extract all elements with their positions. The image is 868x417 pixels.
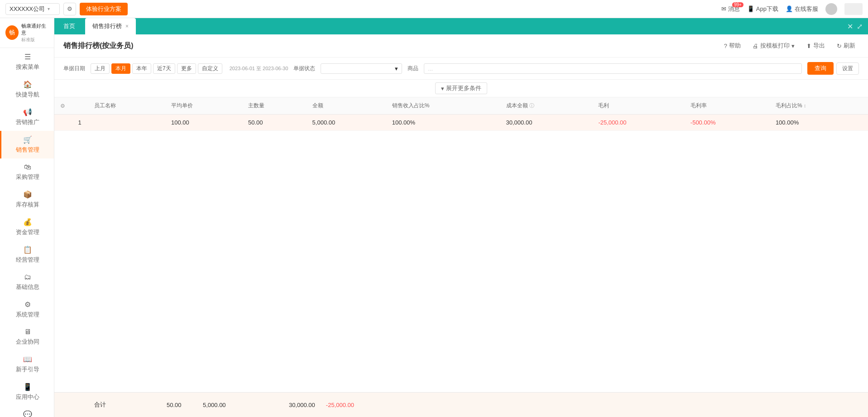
sidebar-item-企业协同[interactable]: 🖥 企业协同 <box>0 323 54 350</box>
cell-gross_pct: 100.00% <box>770 115 868 131</box>
sidebar-item-企业微信[interactable]: 💬 企业微信 <box>0 406 54 417</box>
online-service-button[interactable]: 👤 在线客服 <box>786 5 818 13</box>
table-row: 1100.0050.005,000.00100.00%30,000.00-25,… <box>54 115 868 131</box>
date-btn-last-month[interactable]: 上月 <box>91 63 110 74</box>
gear-icon: ⚙ <box>67 5 72 12</box>
footer-cost: 30,000.00 <box>283 398 321 412</box>
sidebar-icon-3: 🛒 <box>23 135 32 144</box>
avatar-name[interactable] <box>844 3 863 15</box>
col-gross-rate: 毛利率 <box>685 97 770 115</box>
col-gross-pct: 毛利占比% ↕ <box>770 97 868 115</box>
export-button[interactable]: ⬆ 导出 <box>803 40 829 52</box>
footer-gross-rate <box>360 401 396 408</box>
date-btn-this-year[interactable]: 本年 <box>132 63 151 74</box>
company-selector[interactable]: XXXXXX公司 ▾ <box>5 3 60 15</box>
app-download-button[interactable]: 📱 App下载 <box>747 5 778 13</box>
table-container: ⚙ 员工名称 平均单价 主数量 全额 销售收入占比% 成本全额 ⓘ 毛利 毛利率 <box>54 97 868 392</box>
sidebar-item-系统管理[interactable]: ⚙ 系统管理 <box>0 296 54 323</box>
sidebar-label-10: 企业协同 <box>16 338 39 346</box>
date-btn-this-month[interactable]: 本月 <box>111 63 130 74</box>
try-industry-button[interactable]: 体验行业方案 <box>80 3 128 15</box>
page-actions: ? 帮助 🖨 按模板打印 ▾ ⬆ 导出 ↻ 刷新 <box>720 40 859 52</box>
tab-close-icon[interactable]: × <box>125 23 129 29</box>
col-sales-pct: 销售收入占比% <box>387 97 501 115</box>
sidebar-item-销售管理[interactable]: 🛒 销售管理 <box>0 131 54 158</box>
cell-gross_rate: -500.00% <box>685 115 770 131</box>
print-button[interactable]: 🖨 按模板打印 ▾ <box>749 40 798 52</box>
query-button[interactable]: 查询 <box>807 62 834 75</box>
sidebar-item-经营管理[interactable]: 📋 经营管理 <box>0 241 54 268</box>
footer-gross-pct <box>396 401 432 408</box>
refresh-icon: ↻ <box>837 43 842 49</box>
expand-label: 展开更多条件 <box>446 84 481 92</box>
print-label: 按模板打印 <box>760 42 790 50</box>
logo-icon: 畅 <box>5 25 19 40</box>
avatar[interactable] <box>825 3 837 15</box>
chevron-down-icon: ▾ <box>48 6 50 11</box>
sidebar-label-4: 采购管理 <box>16 173 39 181</box>
gross-pct-info-icon: ↕ <box>804 103 806 108</box>
tab-bar: 首页 销售排行榜 × ✕ ⤢ <box>54 18 868 34</box>
cost-info-icon: ⓘ <box>529 103 534 108</box>
sidebar-item-资金管理[interactable]: 💰 资金管理 <box>0 213 54 241</box>
print-icon: 🖨 <box>753 43 758 49</box>
sidebar-item-基础信息[interactable]: 🗂 基础信息 <box>0 268 54 296</box>
sidebar-item-应用中心[interactable]: 📱 应用中心 <box>0 378 54 406</box>
sidebar-label-9: 系统管理 <box>16 311 39 319</box>
sidebar-items: ☰ 搜索菜单 🏠 快捷导航 📢 营销推广 🛒 销售管理 🛍 采购管理 📦 库存核… <box>0 48 54 417</box>
cell-qty: 50.00 <box>243 115 307 131</box>
col-settings[interactable]: ⚙ <box>54 97 71 115</box>
sidebar-item-新手引导[interactable]: 📖 新手引导 <box>0 350 54 378</box>
refresh-button[interactable]: ↻ 刷新 <box>833 40 859 52</box>
sidebar-label-11: 新手引导 <box>16 365 39 374</box>
refresh-label: 刷新 <box>844 42 855 50</box>
goods-label: 商品 <box>408 65 418 72</box>
sidebar-item-营销推广[interactable]: 📢 营销推广 <box>0 103 54 131</box>
sidebar-label-7: 经营管理 <box>16 256 39 264</box>
export-icon: ⬆ <box>806 43 811 49</box>
sidebar-item-快捷导航[interactable]: 🏠 快捷导航 <box>0 76 54 103</box>
footer-rank-col <box>71 401 89 408</box>
goods-input[interactable]: ... <box>424 63 802 74</box>
export-label: 导出 <box>813 42 825 50</box>
footer-gross: -25,000.00 <box>321 398 360 412</box>
sidebar-icon-2: 📢 <box>23 108 32 116</box>
sidebar-icon-0: ☰ <box>24 53 31 61</box>
tab-maximize-icon[interactable]: ⤢ <box>857 22 863 31</box>
sidebar-item-搜索菜单[interactable]: ☰ 搜索菜单 <box>0 48 54 76</box>
sidebar-label-12: 应用中心 <box>16 393 39 401</box>
date-range: 2023-06-01 至 2023-06-30 <box>230 65 288 72</box>
date-btn-7days[interactable]: 近7天 <box>153 63 175 74</box>
gear-button[interactable]: ⚙ <box>63 3 76 15</box>
top-bar: XXXXXX公司 ▾ ⚙ 体验行业方案 ✉ 消息 99+ 📱 App下载 👤 在… <box>0 0 868 18</box>
message-badge: 99+ <box>732 2 743 7</box>
service-label: 在线客服 <box>795 5 818 13</box>
expand-conditions-button[interactable]: ▾ 展开更多条件 <box>435 82 487 94</box>
tab-close-window-icon[interactable]: ✕ <box>847 22 853 31</box>
tab-sales-ranking[interactable]: 销售排行榜 × <box>85 18 136 34</box>
filter-bar: 单据日期 上月 本月 本年 近7天 更多 自定义 2023-06-01 至 20… <box>54 58 868 80</box>
footer-sales-pct <box>234 401 283 408</box>
status-select[interactable]: ▾ <box>321 63 402 74</box>
filter-row: 单据日期 上月 本月 本年 近7天 更多 自定义 2023-06-01 至 20… <box>63 62 859 75</box>
sidebar-label-5: 库存核算 <box>16 201 39 209</box>
sidebar-item-采购管理[interactable]: 🛍 采购管理 <box>0 158 54 186</box>
col-amount: 全额 <box>307 97 387 115</box>
footer-label: 合计 <box>89 397 125 412</box>
sidebar-label-1: 快捷导航 <box>16 91 39 99</box>
cell-amount: 5,000.00 <box>307 115 387 131</box>
tab-home[interactable]: 首页 <box>54 18 84 34</box>
message-button[interactable]: ✉ 消息 99+ <box>721 5 740 13</box>
sidebar-label-6: 资金管理 <box>16 228 39 236</box>
settings-button[interactable]: 设置 <box>836 62 859 75</box>
page-header: 销售排行榜(按业务员) ? 帮助 🖨 按模板打印 ▾ ⬆ 导出 <box>54 34 868 58</box>
date-btn-more[interactable]: 更多 <box>177 63 196 74</box>
cell-cost: 30,000.00 <box>501 115 593 131</box>
sidebar-label-8: 基础信息 <box>16 283 39 291</box>
date-btn-custom[interactable]: 自定义 <box>198 63 222 74</box>
tab-label: 销售排行榜 <box>92 22 122 30</box>
help-button[interactable]: ? 帮助 <box>720 40 744 52</box>
sidebar-icon-12: 📱 <box>23 383 32 391</box>
sidebar-item-库存核算[interactable]: 📦 库存核算 <box>0 186 54 213</box>
goods-placeholder: ... <box>428 65 433 72</box>
